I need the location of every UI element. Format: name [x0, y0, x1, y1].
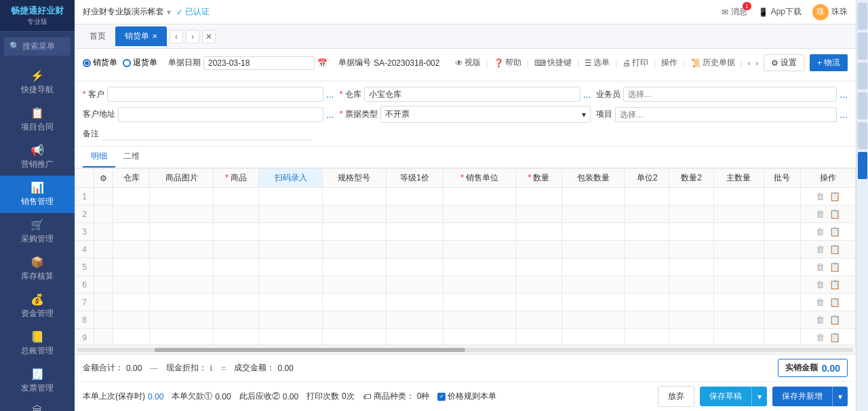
help-btn[interactable]: ❓ 帮助 — [494, 57, 521, 68]
cell-main-qty[interactable] — [713, 188, 764, 206]
customer-picker-btn[interactable]: ... — [326, 89, 334, 100]
cell-pkg-qty[interactable] — [561, 329, 625, 345]
cell-image[interactable] — [150, 223, 214, 241]
row-delete-btn[interactable]: 🗑 — [816, 244, 825, 254]
row-delete-btn[interactable]: 🗑 — [816, 227, 825, 237]
row-copy-btn[interactable]: 📋 — [829, 244, 840, 254]
save-draft-arrow-button[interactable]: ▾ — [751, 387, 767, 406]
cell-pkg-qty[interactable] — [561, 276, 625, 294]
row-delete-btn[interactable]: 🗑 — [816, 209, 825, 219]
date-input[interactable] — [203, 56, 315, 70]
print-btn[interactable]: 🖨 打印 — [623, 57, 648, 68]
cell-product[interactable] — [213, 276, 258, 294]
cell-unit[interactable] — [443, 223, 516, 241]
cell-spec[interactable] — [322, 188, 386, 206]
cell-spec[interactable] — [322, 223, 386, 241]
cell-scan[interactable] — [259, 241, 323, 258]
sidebar-item-sales[interactable]: 📊 销售管理 — [0, 176, 75, 213]
cell-scan[interactable] — [259, 223, 323, 241]
cell-image[interactable] — [150, 258, 214, 276]
cell-product[interactable] — [213, 241, 258, 258]
history-btn[interactable]: 📜 历史单据 — [691, 57, 735, 68]
cell-pkg-qty[interactable] — [561, 311, 625, 329]
rp-btn-4[interactable] — [858, 92, 867, 119]
cell-unit2[interactable] — [625, 223, 669, 241]
row-delete-btn[interactable]: 🗑 — [816, 191, 825, 201]
message-button[interactable]: ✉ 1 消息 — [722, 6, 747, 18]
cell-qty2[interactable] — [669, 276, 713, 294]
cell-warehouse[interactable] — [113, 276, 150, 294]
cell-spec[interactable] — [322, 258, 386, 276]
select-btn[interactable]: ☰ 选单 — [585, 57, 610, 68]
row-copy-btn[interactable]: 📋 — [829, 262, 840, 272]
cell-qty2[interactable] — [669, 223, 713, 241]
save-new-arrow-button[interactable]: ▾ — [832, 387, 848, 406]
cell-price1[interactable] — [386, 311, 443, 329]
cell-image[interactable] — [150, 311, 214, 329]
cell-price1[interactable] — [386, 188, 443, 206]
cell-price1[interactable] — [386, 258, 443, 276]
address-picker-btn[interactable]: ... — [326, 109, 334, 120]
cell-scan[interactable] — [259, 206, 323, 223]
cell-unit[interactable] — [443, 329, 516, 345]
cell-product[interactable] — [213, 188, 258, 206]
tab-next-button[interactable]: › — [186, 30, 199, 43]
tab-prev-button[interactable]: ‹ — [170, 30, 183, 43]
cell-product[interactable] — [213, 311, 258, 329]
search-menu-button[interactable]: 🔍 搜索菜单 — [4, 37, 71, 56]
cell-unit[interactable] — [443, 188, 516, 206]
settings-button[interactable]: ⚙ 设置 — [764, 54, 804, 71]
view-btn[interactable]: 👁 视版 — [455, 57, 481, 68]
calendar-icon[interactable]: 📅 — [317, 58, 328, 68]
cell-warehouse[interactable] — [113, 206, 150, 223]
cell-image[interactable] — [150, 276, 214, 294]
shortcut-btn[interactable]: ⌨ 快捷键 — [534, 57, 572, 68]
cell-price1[interactable] — [386, 329, 443, 345]
cell-unit2[interactable] — [625, 258, 669, 276]
cell-spec[interactable] — [322, 329, 386, 345]
user-avatar[interactable]: 珠 珠珠 — [812, 4, 848, 20]
cell-image[interactable] — [150, 294, 214, 311]
salesman-picker-btn[interactable]: ... — [840, 89, 848, 100]
cell-qty[interactable] — [516, 276, 561, 294]
cell-batch[interactable] — [764, 241, 800, 258]
cell-unit2[interactable] — [625, 241, 669, 258]
cell-main-qty[interactable] — [713, 294, 764, 311]
cell-spec[interactable] — [322, 294, 386, 311]
cell-warehouse[interactable] — [113, 188, 150, 206]
cell-unit2[interactable] — [625, 188, 669, 206]
customer-input[interactable] — [107, 87, 323, 102]
note-input[interactable] — [102, 127, 312, 140]
cell-qty[interactable] — [516, 311, 561, 329]
cell-qty2[interactable] — [669, 241, 713, 258]
cell-unit2[interactable] — [625, 329, 669, 345]
tab-home[interactable]: 首页 — [80, 26, 115, 46]
cell-spec[interactable] — [322, 276, 386, 294]
cell-product[interactable] — [213, 294, 258, 311]
cell-batch[interactable] — [764, 258, 800, 276]
rp-btn-5[interactable] — [858, 122, 867, 149]
cell-price1[interactable] — [386, 276, 443, 294]
cell-scan[interactable] — [259, 258, 323, 276]
cell-warehouse[interactable] — [113, 241, 150, 258]
cell-main-qty[interactable] — [713, 206, 764, 223]
cell-warehouse[interactable] — [113, 329, 150, 345]
cell-image[interactable] — [150, 241, 214, 258]
cell-batch[interactable] — [764, 223, 800, 241]
cell-main-qty[interactable] — [713, 311, 764, 329]
cell-image[interactable] — [150, 188, 214, 206]
salesman-input[interactable] — [623, 87, 837, 102]
cell-qty[interactable] — [516, 258, 561, 276]
sidebar-item-finance[interactable]: 💰 资金管理 — [0, 288, 75, 325]
cell-qty2[interactable] — [669, 294, 713, 311]
cell-spec[interactable] — [322, 206, 386, 223]
col-gear[interactable]: ⚙ — [94, 169, 113, 188]
price-rule-checkbox[interactable]: ✓ 价格规则本单 — [437, 391, 496, 402]
cell-unit[interactable] — [443, 241, 516, 258]
horizontal-scrollbar[interactable] — [75, 345, 856, 354]
rp-btn-2[interactable] — [858, 33, 867, 60]
next-record-btn[interactable]: › — [755, 59, 758, 67]
cell-product[interactable] — [213, 206, 258, 223]
company-selector[interactable]: 好业财专业版演示帐套 ▾ — [83, 6, 171, 18]
cell-batch[interactable] — [764, 206, 800, 223]
